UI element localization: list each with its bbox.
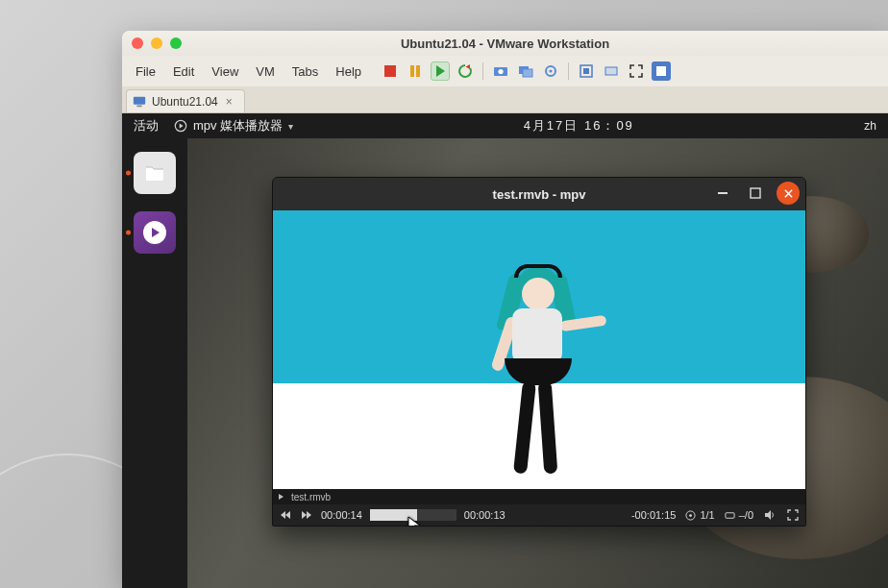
svg-rect-1 <box>410 65 414 77</box>
gnome-topbar: 活动 mpv 媒体播放器 ▾ 4月17日 16：09 zh <box>122 113 888 138</box>
volume-icon[interactable] <box>763 508 777 522</box>
svg-marker-21 <box>285 511 290 519</box>
vmware-title: Ubuntu21.04 - VMware Workstation <box>122 37 888 51</box>
dock-item-mpv[interactable] <box>134 211 176 254</box>
app-menu-label: mpv 媒体播放器 <box>193 117 283 135</box>
fit-window-icon[interactable] <box>602 61 621 81</box>
fullscreen-icon[interactable] <box>786 508 800 522</box>
menu-file[interactable]: File <box>128 61 163 83</box>
mpv-filename: test.rmvb <box>291 492 331 502</box>
svg-rect-19 <box>751 188 760 198</box>
chevron-down-icon: ▾ <box>288 121 293 132</box>
svg-point-10 <box>549 69 552 72</box>
svg-rect-14 <box>656 66 666 76</box>
svg-rect-25 <box>726 512 734 518</box>
play-indicator-icon <box>279 494 284 500</box>
svg-rect-12 <box>583 68 589 74</box>
time-remaining[interactable]: -00:01:15 <box>631 509 676 521</box>
close-icon[interactable] <box>132 37 143 49</box>
snapshot-take-icon[interactable] <box>491 61 510 81</box>
svg-rect-2 <box>416 65 420 77</box>
menu-edit[interactable]: Edit <box>165 61 202 83</box>
app-menu[interactable]: mpv 媒体播放器 ▾ <box>174 117 293 135</box>
toolbar-separator <box>568 62 569 80</box>
clock[interactable]: 4月17日 16：09 <box>524 117 634 135</box>
svg-point-24 <box>690 514 693 517</box>
mpv-window: test.rmvb - mpv <box>272 177 806 527</box>
guest-wallpaper: test.rmvb - mpv <box>187 138 888 588</box>
pause-icon[interactable] <box>406 61 425 81</box>
subtitle-icon <box>725 510 735 521</box>
svg-marker-20 <box>281 511 285 519</box>
skip-fwd-icon[interactable] <box>300 508 313 522</box>
minimize-icon[interactable] <box>151 37 162 49</box>
vmware-titlebar[interactable]: Ubuntu21.04 - VMware Workstation <box>122 31 888 56</box>
vmware-menubar: File Edit View VM Tabs Help <box>122 56 888 86</box>
restart-icon[interactable] <box>456 61 475 81</box>
guest-desktop: 活动 mpv 媒体播放器 ▾ 4月17日 16：09 zh <box>122 113 888 588</box>
time-step[interactable]: 00:00:13 <box>464 509 506 521</box>
svg-rect-8 <box>523 69 532 77</box>
minimize-icon[interactable] <box>711 182 734 205</box>
mpv-logo-icon <box>174 119 187 133</box>
video-content-placeholder <box>481 239 597 489</box>
gnome-dock <box>122 138 187 588</box>
subtitle-value: –/0 <box>739 509 753 521</box>
menu-tabs[interactable]: Tabs <box>284 61 326 83</box>
vmware-tabbar: Ubuntu21.04 × <box>122 86 888 113</box>
svg-rect-16 <box>136 105 141 107</box>
mpv-osc: 00:00:14 00:00:13 -00:01:15 1/1 –/0 <box>273 504 805 526</box>
folder-icon <box>143 161 166 184</box>
toolbar-separator <box>482 62 483 80</box>
chapter-icon <box>685 510 696 521</box>
svg-marker-18 <box>180 123 184 128</box>
chapter-indicator[interactable]: 1/1 <box>685 509 714 521</box>
svg-rect-13 <box>605 67 617 75</box>
zoom-icon[interactable] <box>170 37 182 49</box>
vmware-window: Ubuntu21.04 - VMware Workstation File Ed… <box>122 31 888 588</box>
vm-tab-label: Ubuntu21.04 <box>152 95 218 109</box>
svg-marker-26 <box>765 510 771 520</box>
vm-tab-ubuntu[interactable]: Ubuntu21.04 × <box>126 89 245 112</box>
maximize-icon[interactable] <box>744 182 767 205</box>
fullscreen-icon[interactable] <box>627 61 646 81</box>
vmware-toolbar <box>381 61 671 81</box>
svg-point-6 <box>498 69 503 74</box>
subtitle-indicator[interactable]: –/0 <box>725 509 753 521</box>
mpv-window-controls <box>711 182 800 205</box>
skip-back-icon[interactable] <box>279 508 292 522</box>
svg-rect-0 <box>384 65 396 77</box>
svg-marker-22 <box>302 511 307 519</box>
svg-marker-4 <box>466 64 471 69</box>
seek-bar-fill <box>370 509 418 521</box>
mpv-titlebar[interactable]: test.rmvb - mpv <box>273 178 805 210</box>
mpv-title: test.rmvb - mpv <box>493 187 586 202</box>
mpv-info-bar: test.rmvb <box>273 489 805 504</box>
monitor-icon <box>133 95 146 109</box>
menu-vm[interactable]: VM <box>248 61 283 83</box>
close-icon[interactable] <box>777 182 800 205</box>
play-icon[interactable] <box>431 61 450 81</box>
tab-close-icon[interactable]: × <box>224 95 234 109</box>
play-icon <box>143 221 166 244</box>
snapshot-manager-icon[interactable] <box>516 61 535 81</box>
chapter-value: 1/1 <box>700 509 714 521</box>
activities-button[interactable]: 活动 <box>134 117 159 135</box>
input-source-indicator[interactable]: zh <box>864 119 876 133</box>
settings-icon[interactable] <box>541 61 560 81</box>
seek-bar[interactable] <box>370 509 456 521</box>
video-area[interactable] <box>273 210 805 489</box>
svg-marker-23 <box>307 511 311 519</box>
svg-marker-3 <box>436 65 445 77</box>
time-elapsed[interactable]: 00:00:14 <box>321 509 362 521</box>
window-controls <box>132 37 182 49</box>
fit-guest-icon[interactable] <box>577 61 596 81</box>
menu-help[interactable]: Help <box>328 61 369 83</box>
unity-icon[interactable] <box>652 61 671 81</box>
dock-item-files[interactable] <box>134 152 176 194</box>
stop-icon[interactable] <box>381 61 400 81</box>
menu-view[interactable]: View <box>204 61 246 83</box>
svg-rect-15 <box>134 96 145 104</box>
